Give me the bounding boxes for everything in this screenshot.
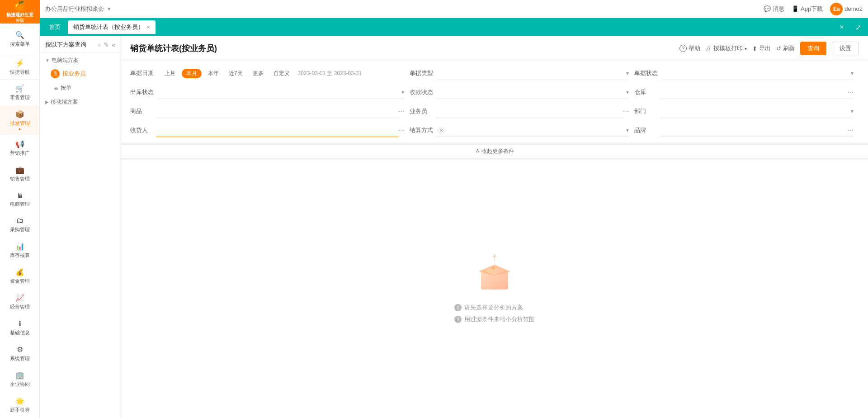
sidebar-item-enterprise[interactable]: 🏢 企业协同 bbox=[0, 366, 39, 392]
right-panel: 销货单统计表(按业务员) ? 帮助 🖨 按模板打印 ▾ ⬆ 导出 bbox=[121, 36, 868, 418]
add-scheme-icon[interactable]: + bbox=[97, 41, 101, 48]
doc-type-label: 单据类型 bbox=[410, 69, 433, 77]
scheme-sub-item-by-order[interactable]: ≡ 按单 bbox=[40, 81, 121, 95]
search-menu-section: 🔍 搜索菜单 bbox=[0, 24, 39, 55]
date-btn-7days[interactable]: 近7天 bbox=[225, 69, 246, 78]
sidebar-item-purchase-label: 采购管理 bbox=[10, 226, 30, 233]
print-btn[interactable]: 🖨 按模板打印 ▾ bbox=[706, 44, 747, 52]
quick-icon: ⚡ bbox=[15, 59, 24, 67]
date-btn-custom[interactable]: 自定义 bbox=[270, 69, 293, 78]
doc-status-select[interactable]: ▾ bbox=[661, 66, 854, 80]
collapse-icon: ∧ bbox=[476, 147, 480, 155]
date-btn-this-month[interactable]: 本月 bbox=[182, 69, 202, 78]
svg-marker-5 bbox=[493, 254, 496, 257]
help-btn[interactable]: ? 帮助 bbox=[679, 44, 700, 52]
filter-goods: 商品 ··· bbox=[130, 104, 410, 118]
warehouse-label: 仓库 bbox=[634, 88, 657, 96]
filter-doc-type: 单据类型 ▾ bbox=[410, 66, 634, 80]
brand-dots[interactable]: ··· bbox=[848, 126, 854, 134]
sidebar-item-operation[interactable]: 📈 经营管理 bbox=[0, 289, 39, 315]
tab-home[interactable]: 首页 bbox=[43, 20, 66, 34]
wholesale-expand-icon: ▲ bbox=[18, 127, 22, 131]
scheme-header-icons: + ✎ « bbox=[97, 41, 115, 48]
export-btn[interactable]: ⬆ 导出 bbox=[752, 44, 771, 52]
tip-num-1: 1 bbox=[454, 304, 462, 311]
collapse-scheme-icon[interactable]: « bbox=[112, 41, 115, 48]
date-btn-more[interactable]: 更多 bbox=[249, 69, 267, 78]
staff-input[interactable] bbox=[436, 104, 623, 118]
query-button[interactable]: 查询 bbox=[800, 42, 826, 55]
left-panel-header: 按以下方案查询 + ✎ « bbox=[40, 36, 121, 53]
sidebar-item-sales[interactable]: 💼 销售管理 bbox=[0, 161, 39, 187]
scheme-header-label: 按以下方案查询 bbox=[45, 41, 86, 49]
tab-close-icon[interactable]: × bbox=[146, 24, 150, 30]
empty-state: ✦ 1 请先选择要分析的方案 2 用过滤条件来缩小分析范围 bbox=[121, 160, 868, 418]
logo-icon: 🍊 bbox=[14, 0, 25, 11]
avatar: Ea bbox=[830, 3, 843, 15]
collapse-bar[interactable]: ∧ 收起更多条件 bbox=[121, 144, 868, 158]
filter-settle: 结算方式 × ▾ bbox=[410, 124, 634, 137]
dept-select[interactable]: ▾ bbox=[660, 104, 854, 118]
search-menu-item[interactable]: 🔍 搜索菜单 bbox=[0, 27, 39, 51]
settle-select[interactable]: × ▾ bbox=[437, 124, 629, 137]
sidebar-item-newbie[interactable]: 🌟 新手引导 bbox=[0, 392, 39, 418]
warehouse-dots[interactable]: ··· bbox=[848, 88, 854, 96]
sidebar-item-purchase[interactable]: 🗂 采购管理 bbox=[0, 212, 39, 238]
doc-status-label: 单据状态 bbox=[634, 69, 658, 77]
scheme-item-by-staff[interactable]: 员 按业务员 bbox=[40, 66, 121, 81]
tab-fullscreen-btn[interactable]: ⤢ bbox=[852, 21, 864, 33]
msg-btn[interactable]: 💬 消息 bbox=[764, 5, 784, 13]
out-status-select[interactable]: ▾ bbox=[157, 86, 404, 99]
print-label: 按模板打印 bbox=[713, 44, 743, 52]
date-range-display: 2023-03-01 至 2023-03-31 bbox=[298, 70, 362, 77]
print-icon: 🖨 bbox=[706, 45, 712, 52]
staff-dots[interactable]: ··· bbox=[623, 107, 629, 115]
search-icon: 🔍 bbox=[15, 31, 24, 39]
settle-clear-icon[interactable]: × bbox=[439, 127, 443, 133]
goods-dots[interactable]: ··· bbox=[398, 107, 404, 115]
date-btn-this-year[interactable]: 本年 bbox=[204, 69, 222, 78]
export-icon: ⬆ bbox=[752, 45, 757, 52]
settings-button[interactable]: 设置 bbox=[832, 42, 859, 55]
sidebar-item-system[interactable]: ⚙ 系统管理 bbox=[0, 341, 39, 366]
user-menu[interactable]: Ea demo2 bbox=[830, 3, 863, 15]
topbar: 办公用品行业模拟账套 ▾ 💬 消息 📱 App下载 Ea demo2 bbox=[40, 0, 868, 18]
doc-type-select[interactable]: ▾ bbox=[437, 66, 629, 80]
pay-status-select[interactable]: ▾ bbox=[437, 86, 629, 99]
search-label: 搜索菜单 bbox=[10, 41, 30, 48]
warehouse-select[interactable]: ··· bbox=[660, 86, 854, 99]
brand-select[interactable]: ··· bbox=[660, 124, 854, 137]
edit-scheme-icon[interactable]: ✎ bbox=[104, 41, 109, 48]
collapse-label: 收起更多条件 bbox=[481, 147, 514, 155]
scheme-group-mobile-title[interactable]: ▶ 移动端方案 bbox=[40, 95, 121, 108]
settle-arrow: ▾ bbox=[626, 127, 629, 133]
settle-clear-tag[interactable]: × bbox=[437, 127, 446, 134]
refresh-label: 刷新 bbox=[783, 44, 795, 52]
sidebar-item-finance[interactable]: 💰 资金管理 bbox=[0, 263, 39, 289]
goods-input[interactable] bbox=[156, 104, 398, 118]
topbar-dropdown-icon[interactable]: ▾ bbox=[108, 5, 111, 12]
sidebar-item-marketing[interactable]: 📢 营销推广 bbox=[0, 135, 39, 161]
refresh-btn[interactable]: ↺ 刷新 bbox=[776, 44, 795, 52]
filter-row-3: 商品 ··· 业务员 ··· 部门 ▾ bbox=[130, 104, 859, 118]
dept-arrow: ▾ bbox=[851, 108, 854, 114]
export-label: 导出 bbox=[759, 44, 771, 52]
sidebar-item-wholesale[interactable]: 📦 批发管理 ▲ bbox=[0, 105, 39, 135]
tab-close-btn[interactable]: × bbox=[835, 21, 848, 33]
quick-nav-item[interactable]: ⚡ 快捷导航 bbox=[0, 55, 39, 79]
sidebar-item-retail[interactable]: 🛒 零售管理 bbox=[0, 80, 39, 105]
receiver-input[interactable] bbox=[156, 124, 398, 137]
sidebar-item-inventory[interactable]: 📊 库存核算 bbox=[0, 238, 39, 263]
sidebar-item-marketing-label: 营销推广 bbox=[10, 150, 30, 157]
msg-label: 消息 bbox=[773, 5, 784, 13]
sidebar-item-basic[interactable]: ℹ 基础信息 bbox=[0, 315, 39, 341]
scheme-group-mobile: ▶ 移动端方案 bbox=[40, 95, 121, 108]
sidebar-item-retail-label: 零售管理 bbox=[10, 94, 30, 101]
tab-sales-stat[interactable]: 销货单统计表（按业务员） × bbox=[68, 20, 156, 34]
scheme-group-pc-title[interactable]: ▼ 电脑端方案 bbox=[40, 53, 121, 66]
scheme-item-by-staff-label: 按业务员 bbox=[62, 70, 86, 78]
receiver-dots[interactable]: ··· bbox=[398, 126, 404, 134]
date-btn-last-month[interactable]: 上月 bbox=[161, 69, 179, 78]
app-download-btn[interactable]: 📱 App下载 bbox=[792, 5, 823, 13]
sidebar-item-ecommerce[interactable]: 🖥 电商管理 bbox=[0, 187, 39, 212]
